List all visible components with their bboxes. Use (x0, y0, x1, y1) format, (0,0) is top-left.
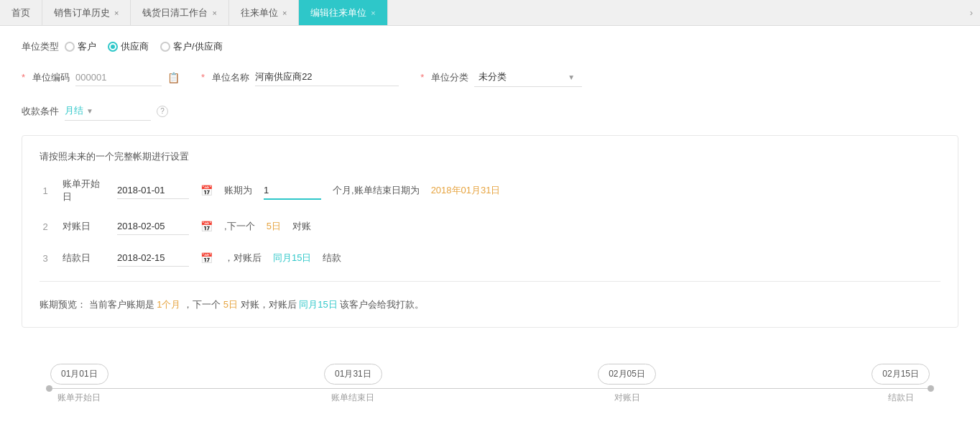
period-num-3: 3 (40, 253, 51, 264)
timeline-nodes: 01月01日 账单开始日 01月31日 账单结束日 02月05日 对账日 02月… (50, 364, 930, 404)
tabs-bar: 首页 销售订单历史 × 钱货日清工作台 × 往来单位 × 编辑往来单位 × › (0, 0, 980, 26)
timeline-node-0: 01月01日 账单开始日 (50, 364, 108, 404)
unit-name-label: 单位名称 (212, 71, 249, 84)
tab-home[interactable]: 首页 (0, 0, 42, 25)
period-num-2: 2 (40, 221, 51, 232)
required-star-category: * (420, 72, 424, 83)
payment-terms-select[interactable]: 月结 ▼ (65, 101, 151, 121)
unit-category-select[interactable]: 未分类 ▼ (474, 68, 582, 87)
chevron-right-icon: › (970, 7, 973, 18)
reconcile-date-input[interactable] (117, 218, 189, 235)
unit-name-input[interactable] (255, 69, 399, 86)
radio-label-both: 客户/供应商 (173, 40, 223, 53)
tab-partner-units-label: 往来单位 (241, 6, 278, 19)
node-badge-3: 02月15日 (872, 364, 930, 385)
unit-category-value: 未分类 (479, 70, 565, 83)
tab-edit-partner-label: 编辑往来单位 (310, 6, 366, 19)
timeline-container: 01月01日 账单开始日 01月31日 账单结束日 02月05日 对账日 02月… (22, 364, 958, 404)
tab-sales-history[interactable]: 销售订单历史 × (42, 0, 131, 25)
payment-terms-group: 收款条件 月结 ▼ ? (22, 101, 168, 121)
period-section: 请按照未来的一个完整帐期进行设置 1 账单开始日 📅 账期为 个月,账单结束日期… (22, 135, 958, 328)
payment-date-input[interactable] (117, 249, 189, 267)
tab-cash-work[interactable]: 钱货日清工作台 × (131, 0, 228, 25)
period-label-3: 结款日 (63, 252, 106, 264)
period-row-1: 1 账单开始日 📅 账期为 个月,账单结束日期为 2018年01月31日 (40, 178, 940, 203)
node-label-2: 对账日 (614, 392, 640, 404)
radio-label-customer: 客户 (78, 40, 96, 53)
period-label-1: 账单开始日 (63, 178, 106, 203)
unit-category-label: 单位分类 (431, 71, 468, 84)
radio-group: 客户 供应商 客户/供应商 (65, 40, 223, 53)
close-icon[interactable]: × (282, 9, 287, 17)
period-prefix-2: ,下一个 (224, 220, 255, 233)
close-icon[interactable]: × (371, 9, 375, 17)
unit-name-group: * 单位名称 (201, 69, 399, 86)
radio-circle-both (160, 42, 170, 52)
timeline-node-2: 02月05日 对账日 (598, 364, 656, 404)
node-label-0: 账单开始日 (57, 392, 101, 404)
help-icon[interactable]: ? (157, 106, 168, 117)
timeline-section: 01月01日 账单开始日 01月31日 账单结束日 02月05日 对账日 02月… (22, 349, 958, 418)
section-title: 请按照未来的一个完整帐期进行设置 (40, 150, 940, 163)
close-icon[interactable]: × (114, 9, 119, 17)
node-badge-2: 02月05日 (598, 364, 656, 385)
preview-suffix: 该客户会给我打款。 (340, 299, 424, 310)
tab-edit-partner[interactable]: 编辑往来单位 × (299, 0, 387, 25)
unit-type-group: 单位类型 客户 供应商 客户/供应商 (22, 40, 223, 53)
unit-type-row: 单位类型 客户 供应商 客户/供应商 (22, 40, 958, 53)
tabs-arrow[interactable]: › (963, 0, 980, 25)
period-reconcile-highlight: 5日 (267, 220, 281, 233)
node-label-3: 结款日 (888, 392, 914, 404)
timeline-node-3: 02月15日 结款日 (872, 364, 930, 404)
required-star-name: * (201, 72, 205, 83)
period-months-input[interactable] (264, 182, 321, 200)
payment-terms-label: 收款条件 (22, 105, 59, 118)
unit-type-label: 单位类型 (22, 40, 59, 53)
unit-code-label: 单位编码 (32, 71, 70, 84)
chevron-down-icon: ▼ (568, 73, 575, 81)
radio-dot-supplier (111, 45, 115, 49)
period-row-2: 2 对账日 📅 ,下一个 5日 对账 (40, 218, 940, 235)
period-end-date: 2018年01月31日 (431, 184, 501, 197)
period-prefix-1: 账期为 (224, 184, 252, 197)
period-num-1: 1 (40, 185, 51, 196)
calendar-icon-3[interactable]: 📅 (200, 252, 213, 264)
unit-info-row: * 单位编码 📋 * 单位名称 * 单位分类 未分类 ▼ (22, 68, 958, 87)
calendar-icon-1[interactable]: 📅 (200, 185, 213, 196)
preview-connector1: ，下一个 (183, 299, 221, 310)
close-icon[interactable]: × (212, 9, 216, 17)
tab-cash-work-label: 钱货日清工作台 (142, 6, 208, 19)
radio-customer[interactable]: 客户 (65, 40, 96, 53)
radio-circle-supplier (108, 42, 118, 52)
period-row-3: 3 结款日 📅 ，对账后 同月15日 结款 (40, 249, 940, 267)
main-content: 单位类型 客户 供应商 客户/供应商 (0, 26, 980, 437)
tab-sales-history-label: 销售订单历史 (54, 6, 110, 19)
period-suffix-1: 个月,账单结束日期为 (333, 184, 420, 197)
node-badge-0: 01月01日 (50, 364, 108, 385)
tab-home-label: 首页 (11, 6, 30, 19)
preview-text: 账期预览： 当前客户账期是 1个月 ，下一个 5日 对账，对账后 同月15日 该… (40, 299, 424, 310)
unit-code-input[interactable] (75, 69, 162, 86)
preview-prefix: 当前客户账期是 (89, 299, 154, 310)
calendar-icon-2[interactable]: 📅 (200, 221, 213, 232)
period-payment-highlight: 同月15日 (273, 252, 311, 264)
radio-label-supplier: 供应商 (121, 40, 149, 53)
node-badge-1: 01月31日 (324, 364, 382, 385)
unit-code-group: * 单位编码 📋 (22, 69, 180, 86)
radio-supplier[interactable]: 供应商 (108, 40, 149, 53)
radio-both[interactable]: 客户/供应商 (160, 40, 223, 53)
file-icon[interactable]: 📋 (167, 72, 180, 83)
required-star-code: * (22, 72, 25, 83)
payment-terms-value: 月结 (65, 104, 83, 117)
timeline-node-1: 01月31日 账单结束日 (324, 364, 382, 404)
chevron-down-icon: ▼ (86, 107, 93, 115)
start-date-input[interactable] (117, 182, 189, 199)
tab-partner-units[interactable]: 往来单位 × (229, 0, 299, 25)
period-suffix-2: 对账 (292, 220, 311, 233)
unit-category-group: * 单位分类 未分类 ▼ (420, 68, 582, 87)
preview-section: 账期预览： 当前客户账期是 1个月 ，下一个 5日 对账，对账后 同月15日 该… (40, 281, 940, 313)
preview-connector2: 对账，对账后 (241, 299, 297, 310)
preview-part3: 同月15日 (299, 299, 337, 310)
node-label-1: 账单结束日 (331, 392, 374, 404)
period-label-2: 对账日 (63, 220, 106, 233)
